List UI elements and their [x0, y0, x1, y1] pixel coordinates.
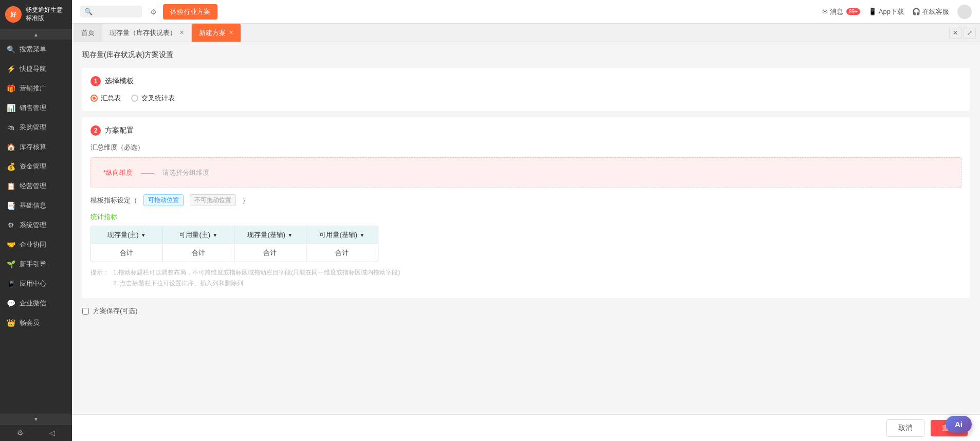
- stat-section-label: 统计指标: [90, 212, 961, 222]
- industry-plan-button[interactable]: 体验行业方案: [163, 4, 217, 20]
- sidebar-nav: 🔍 搜索菜单 ⚡ 快捷导航 🎁 营销推广 📊 销售管理 🛍 采购管理 🏠 库存核…: [0, 40, 72, 414]
- guide-icon: 🌱: [6, 260, 15, 268]
- quick-nav-icon: ⚡: [6, 65, 15, 73]
- draggable-tag: 可拖动位置: [143, 194, 184, 206]
- finance-icon: 💰: [6, 162, 15, 171]
- user-avatar[interactable]: [957, 5, 972, 19]
- topbar-search-input[interactable]: [95, 8, 136, 15]
- wechat-icon: 💬: [6, 299, 15, 307]
- sidebar-item-purchase[interactable]: 🛍 采购管理: [0, 118, 72, 137]
- marketing-icon: 🎁: [6, 84, 15, 93]
- sidebar-footer: ⚙ ◁: [0, 424, 72, 441]
- step2-badge: 2: [90, 125, 101, 136]
- ai-fab-button[interactable]: Ai: [946, 416, 972, 433]
- step2-header: 2 方案配置: [90, 125, 961, 136]
- stat-cell-4: 合计: [306, 244, 378, 262]
- app-logo: 好: [5, 6, 22, 23]
- indicator-close: ）: [242, 196, 249, 205]
- sidebar-item-marketing[interactable]: 🎁 营销推广: [0, 79, 72, 98]
- hint-2: 提示： 2. 点击标题栏下拉可设置排序、插入列和删除列: [90, 279, 961, 288]
- sidebar-item-enterprise[interactable]: 🤝 企业协同: [0, 235, 72, 254]
- radio-cross[interactable]: 交叉统计表: [131, 94, 175, 103]
- tab-close-inventory[interactable]: ✕: [179, 29, 184, 36]
- step1-badge: 1: [90, 76, 101, 86]
- step1-section: 1 选择模板 汇总表 交叉统计表: [82, 68, 970, 111]
- topbar-search-box[interactable]: 🔍: [80, 6, 142, 17]
- dimension-area[interactable]: *纵向维度 —— 请选择分组维度: [90, 157, 961, 188]
- stat-col-1-header[interactable]: 现存量(主) ▼: [91, 226, 163, 244]
- stat-table-row-1: 合计 合计 合计 合计: [91, 244, 378, 262]
- sidebar-item-sales[interactable]: 📊 销售管理: [0, 98, 72, 118]
- sidebar-item-basic-info[interactable]: 📑 基础信息: [0, 196, 72, 215]
- sidebar-item-wechat[interactable]: 💬 企业微信: [0, 293, 72, 313]
- sidebar-scroll-up[interactable]: ▲: [0, 29, 72, 40]
- topbar-settings-icon[interactable]: ⚙: [150, 8, 157, 16]
- enterprise-icon: 🤝: [6, 241, 15, 249]
- settings-button[interactable]: ⚙: [17, 429, 24, 437]
- tab-close-button[interactable]: ✕: [949, 27, 961, 39]
- tab-expand-button[interactable]: ⤢: [964, 27, 976, 39]
- sidebar-scroll-down[interactable]: ▼: [0, 414, 72, 424]
- topbar: 🔍 ⚙ 体验行业方案 ✉ 消息 99+ 📱 App下载 🎧 在线客服: [72, 0, 980, 24]
- radio-summary-circle: [90, 95, 98, 102]
- stat-col-2-header[interactable]: 可用量(主) ▼: [163, 226, 235, 244]
- sidebar-item-app-center[interactable]: 📱 应用中心: [0, 274, 72, 293]
- app-download-button[interactable]: 📱 App下载: [868, 7, 904, 16]
- online-service-button[interactable]: 🎧 在线客服: [912, 7, 949, 16]
- stat-col-3-header[interactable]: 现存量(基辅) ▼: [234, 226, 306, 244]
- indicator-label: 模板指标设定（: [90, 196, 137, 205]
- template-radio-group: 汇总表 交叉统计表: [90, 94, 961, 103]
- sidebar-item-member[interactable]: 👑 畅会员: [0, 313, 72, 333]
- stat-cell-1: 合计: [91, 244, 163, 262]
- collapse-button[interactable]: ◁: [49, 429, 55, 437]
- topbar-search-icon: 🔍: [84, 8, 93, 15]
- vertical-label: *纵向维度: [103, 168, 133, 177]
- messages-button[interactable]: ✉ 消息 99+: [822, 7, 860, 16]
- search-icon: 🔍: [6, 45, 15, 53]
- sidebar-item-search[interactable]: 🔍 搜索菜单: [0, 40, 72, 59]
- col1-chevron-icon: ▼: [141, 232, 146, 238]
- basic-info-icon: 📑: [6, 201, 15, 210]
- message-icon: ✉: [822, 8, 828, 15]
- stat-col-4-header[interactable]: 可用量(基辅) ▼: [306, 226, 378, 244]
- content-area: 现存量(库存状况表)方案设置 1 选择模板 汇总表 交叉统计表 2: [72, 42, 980, 414]
- main-area: 🔍 ⚙ 体验行业方案 ✉ 消息 99+ 📱 App下载 🎧 在线客服 首页: [72, 0, 980, 441]
- dimension-arrow: ——: [141, 169, 154, 177]
- stat-table-header: 现存量(主) ▼ 可用量(主) ▼ 现存量(基辅) ▼ 可用量(基辅) ▼: [91, 226, 378, 244]
- cancel-button[interactable]: 取消: [886, 419, 924, 437]
- stat-cell-3: 合计: [234, 244, 306, 262]
- dimension-label: 汇总维度（必选）: [90, 143, 961, 152]
- tab-new-plan[interactable]: 新建方案 ✕: [192, 24, 241, 42]
- sidebar-item-guide[interactable]: 🌱 新手引导: [0, 254, 72, 274]
- non-draggable-tag: 不可拖动位置: [190, 194, 236, 206]
- sidebar-item-system[interactable]: ⚙ 系统管理: [0, 215, 72, 235]
- inventory-icon: 🏠: [6, 143, 15, 151]
- dimension-placeholder: 请选择分组维度: [162, 168, 209, 177]
- member-icon: 👑: [6, 319, 15, 327]
- sidebar-item-inventory[interactable]: 🏠 库存核算: [0, 137, 72, 157]
- step2-title: 方案配置: [105, 126, 134, 135]
- sidebar-item-quick-nav[interactable]: ⚡ 快捷导航: [0, 59, 72, 79]
- operations-icon: 📋: [6, 182, 15, 190]
- sidebar-item-finance[interactable]: 💰 资金管理: [0, 157, 72, 176]
- sidebar: 好 畅捷通好生意 标准版 ▲ 🔍 搜索菜单 ⚡ 快捷导航 🎁 营销推广 📊 销售…: [0, 0, 72, 441]
- tab-inventory-status[interactable]: 现存量（库存状况表） ✕: [102, 24, 192, 42]
- stat-cell-2: 合计: [163, 244, 235, 262]
- service-icon: 🎧: [912, 8, 920, 15]
- tabbar: 首页 现存量（库存状况表） ✕ 新建方案 ✕ ✕ ⤢: [72, 24, 980, 42]
- bottom-bar: 取消 查询: [72, 414, 980, 441]
- save-checkbox[interactable]: [82, 308, 89, 315]
- radio-summary[interactable]: 汇总表: [90, 94, 121, 103]
- hint-1: 提示： 1.拖动标题栏可以调整布局，不可跨维度或指标区域拖动栏目字段(只能在同一…: [90, 268, 961, 277]
- col2-chevron-icon: ▼: [212, 232, 217, 238]
- indicator-setting: 模板指标设定（ 可拖动位置 不可拖动位置 ）: [90, 194, 961, 206]
- hint-area: 提示： 1.拖动标题栏可以调整布局，不可跨维度或指标区域拖动栏目字段(只能在同一…: [90, 268, 961, 288]
- sidebar-item-operations[interactable]: 📋 经营管理: [0, 176, 72, 196]
- step2-section: 2 方案配置 汇总维度（必选） *纵向维度 —— 请选择分组维度 模板指标设定（…: [82, 117, 970, 298]
- stat-table: 现存量(主) ▼ 可用量(主) ▼ 现存量(基辅) ▼ 可用量(基辅) ▼: [90, 226, 378, 262]
- step1-title: 选择模板: [105, 77, 134, 86]
- tab-home[interactable]: 首页: [74, 24, 102, 42]
- message-badge: 99+: [846, 8, 860, 15]
- col3-chevron-icon: ▼: [287, 232, 293, 238]
- tab-close-new-plan[interactable]: ✕: [229, 29, 233, 36]
